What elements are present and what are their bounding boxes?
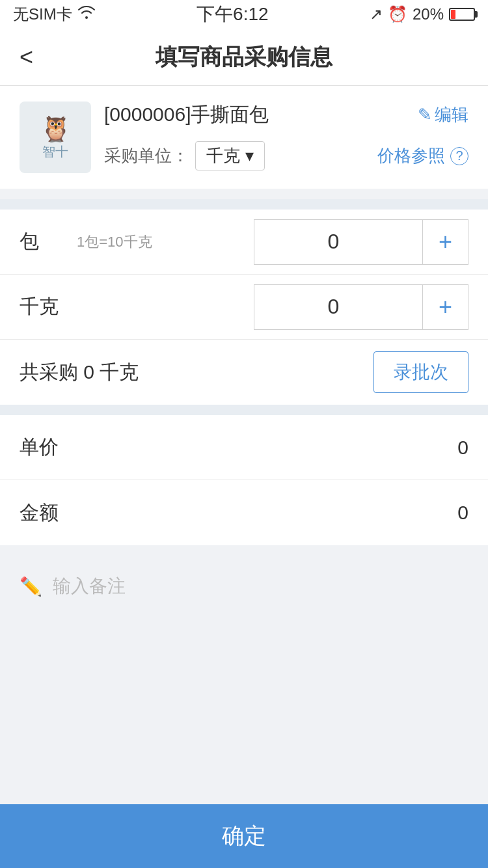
input-section: 包 1包=10千克 + 千克 + bbox=[0, 210, 488, 340]
summary-text: 共采购 0 千克 bbox=[20, 359, 373, 386]
unit-selector[interactable]: 千克 ▾ bbox=[195, 141, 265, 170]
product-name-row: [0000006]手撕面包 ✎ 编辑 bbox=[104, 102, 468, 128]
unit-price-value: 0 bbox=[457, 437, 468, 459]
product-info: [0000006]手撕面包 ✎ 编辑 采购单位： 千克 ▾ 价格参照 ? bbox=[104, 102, 468, 170]
kg-plus-button[interactable]: + bbox=[423, 284, 468, 330]
pencil-icon: ✏️ bbox=[20, 576, 42, 597]
location-icon: ↗ bbox=[370, 5, 383, 23]
page-title: 填写商品采购信息 bbox=[156, 42, 332, 72]
kg-label: 千克 bbox=[20, 293, 72, 320]
section-divider-2 bbox=[0, 405, 488, 415]
price-ref-button[interactable]: 价格参照 ? bbox=[377, 144, 468, 167]
dropdown-arrow-icon: ▾ bbox=[245, 146, 254, 166]
edit-icon: ✎ bbox=[418, 105, 432, 125]
price-section: 单价 0 金额 0 bbox=[0, 415, 488, 545]
battery-icon bbox=[449, 8, 475, 21]
info-icon: ? bbox=[450, 147, 468, 165]
carrier-label: 无SIM卡 bbox=[13, 4, 72, 25]
kg-input-row: 千克 + bbox=[0, 275, 488, 340]
purchase-unit-label: 采购单位： bbox=[104, 144, 189, 167]
edit-button[interactable]: ✎ 编辑 bbox=[418, 103, 468, 126]
kg-input[interactable] bbox=[254, 284, 423, 330]
wifi-icon bbox=[77, 5, 96, 23]
header: < 填写商品采购信息 bbox=[0, 29, 488, 86]
note-placeholder: 输入备注 bbox=[53, 574, 126, 599]
bag-plus-button[interactable]: + bbox=[423, 219, 468, 265]
kg-input-control: + bbox=[254, 284, 468, 330]
battery-percent: 20% bbox=[413, 5, 444, 23]
unit-price-row: 单价 0 bbox=[0, 415, 488, 480]
product-section: 🦉 智十 [0000006]手撕面包 ✎ 编辑 采购单位： 千克 ▾ 价格参照 bbox=[0, 86, 488, 189]
status-bar: 无SIM卡 下午6:12 ↗ ⏰ 20% bbox=[0, 0, 488, 29]
amount-value: 0 bbox=[457, 502, 468, 524]
confirm-label: 确定 bbox=[222, 821, 266, 851]
section-divider-1 bbox=[0, 199, 488, 210]
bag-sub-label: 1包=10千克 bbox=[77, 232, 254, 252]
status-right: ↗ ⏰ 20% bbox=[370, 5, 475, 23]
bag-label: 包 bbox=[20, 228, 72, 255]
brand-label: 智十 bbox=[42, 143, 68, 161]
alarm-icon: ⏰ bbox=[388, 5, 407, 23]
status-left: 无SIM卡 bbox=[13, 4, 96, 25]
purchase-unit-row: 采购单位： 千克 ▾ 价格参照 ? bbox=[104, 141, 468, 170]
product-name: [0000006]手撕面包 bbox=[104, 102, 269, 128]
bag-input-row: 包 1包=10千克 + bbox=[0, 210, 488, 275]
bag-input[interactable] bbox=[254, 219, 423, 265]
product-icon: 🦉 bbox=[40, 115, 71, 143]
amount-label: 金额 bbox=[20, 500, 457, 526]
bag-input-control: + bbox=[254, 219, 468, 265]
note-section[interactable]: ✏️ 输入备注 bbox=[0, 556, 488, 617]
summary-row: 共采购 0 千克 录批次 bbox=[0, 340, 488, 405]
amount-row: 金额 0 bbox=[0, 480, 488, 545]
batch-button[interactable]: 录批次 bbox=[373, 351, 468, 393]
unit-price-label: 单价 bbox=[20, 434, 457, 461]
back-button[interactable]: < bbox=[20, 44, 33, 71]
product-image: 🦉 智十 bbox=[20, 102, 91, 173]
confirm-button[interactable]: 确定 bbox=[0, 804, 488, 868]
status-time: 下午6:12 bbox=[197, 2, 269, 27]
